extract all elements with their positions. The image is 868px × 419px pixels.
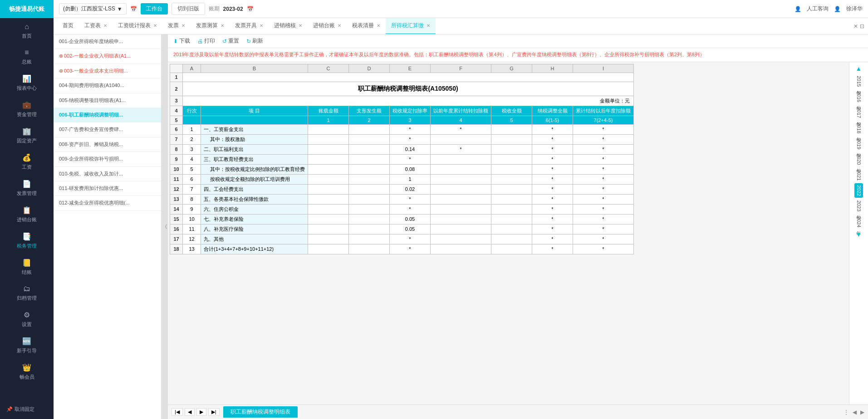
cell-g[interactable]	[491, 144, 532, 154]
cell-h[interactable]: *	[532, 234, 573, 244]
form-item-001[interactable]: 001-企业所得税年度纳税申...	[54, 34, 161, 49]
sheet-last-button[interactable]: ▶|	[208, 408, 220, 416]
cell-i[interactable]: *	[573, 174, 634, 184]
cell-g[interactable]	[491, 224, 532, 234]
year-item-2016[interactable]: 2016年	[854, 89, 863, 104]
tab-tax-table-close[interactable]: ✕	[377, 23, 380, 28]
print-button[interactable]: 🖨 打印	[197, 37, 215, 45]
cell-g[interactable]	[491, 244, 532, 254]
cell-e[interactable]: *	[390, 204, 431, 214]
cell-label[interactable]: 六、住房公积金	[201, 204, 308, 214]
tab-sales-audit[interactable]: 进销稽核 ✕	[269, 18, 308, 34]
cell-rownum[interactable]: 2	[183, 134, 201, 144]
cell-f[interactable]	[431, 184, 491, 194]
cell-h[interactable]: *	[532, 164, 573, 174]
tab-close-all-icon[interactable]: ✕	[853, 23, 858, 29]
cell-i[interactable]: *	[573, 194, 634, 204]
cell-f[interactable]	[431, 164, 491, 174]
cell-h[interactable]: *	[532, 204, 573, 214]
tab-sales-ledger-close[interactable]: ✕	[338, 23, 341, 28]
tab-tax-table[interactable]: 税表清册 ✕	[347, 18, 386, 34]
cell-f[interactable]	[431, 174, 491, 184]
tab-home[interactable]: 首页	[57, 18, 79, 34]
cell-d[interactable]	[349, 214, 390, 224]
cell-i[interactable]: *	[573, 214, 634, 224]
cell-f[interactable]	[431, 224, 491, 234]
sidebar-item-sales-ledger[interactable]: 📋 进销台账	[0, 201, 54, 228]
cell-e[interactable]: *	[390, 194, 431, 204]
cell-rownum[interactable]: 4	[183, 154, 201, 164]
scroll-right-icon[interactable]: ▶	[860, 409, 864, 415]
cell-f[interactable]	[431, 194, 491, 204]
cell-f[interactable]: *	[431, 144, 491, 154]
cell-h[interactable]: *	[532, 224, 573, 234]
cell-c[interactable]	[308, 154, 349, 164]
cell-rownum[interactable]: 5	[183, 164, 201, 174]
cell-label[interactable]: 五、各类基本社会保障性缴款	[201, 194, 308, 204]
year-item-2019[interactable]: 2019年	[854, 136, 863, 151]
cell-d[interactable]	[349, 164, 390, 174]
year-item-2021[interactable]: 2021年	[854, 168, 863, 182]
cell-rownum[interactable]: 8	[183, 194, 201, 204]
sidebar-item-invoice-mgmt[interactable]: 📄 发票管理	[0, 175, 54, 201]
cell-c[interactable]	[308, 174, 349, 184]
cell-e[interactable]: 0.02	[390, 184, 431, 194]
tab-payroll-close[interactable]: ✕	[103, 23, 107, 28]
cell-h[interactable]: *	[532, 184, 573, 194]
table-container[interactable]: A B C D E F G H I	[168, 62, 849, 404]
cell-c[interactable]	[308, 234, 349, 244]
cell-e[interactable]: 0.14	[390, 144, 431, 154]
tab-payroll-report-close[interactable]: ✕	[153, 23, 157, 28]
cell-i[interactable]: *	[573, 154, 634, 164]
sheet-next-button[interactable]: ▶	[196, 408, 206, 416]
sidebar-item-salary[interactable]: 💰 工资	[0, 149, 54, 175]
scroll-left-icon[interactable]: ◀	[853, 409, 857, 415]
cell-g[interactable]	[491, 194, 532, 204]
cell-d[interactable]	[349, 194, 390, 204]
year-nav-up-button[interactable]: ▲	[855, 64, 863, 73]
sidebar-item-guide[interactable]: 🆕 新手引导	[0, 332, 54, 359]
sidebar-item-close[interactable]: 📒 结账	[0, 254, 54, 280]
sidebar-item-report[interactable]: 📊 报表中心	[0, 70, 54, 96]
cell-label[interactable]: 合计(1+3+4+7+8+9+10+11+12)	[201, 244, 308, 254]
cell-d[interactable]	[349, 174, 390, 184]
workbench-button[interactable]: 工作台	[141, 3, 168, 15]
cell-e[interactable]: *	[390, 234, 431, 244]
tab-invoice-close[interactable]: ✕	[181, 23, 185, 28]
sidebar-item-capital[interactable]: 💼 资金管理	[0, 96, 54, 122]
year-item-2020[interactable]: 2020年	[854, 152, 863, 166]
cell-h[interactable]: *	[532, 214, 573, 224]
cell-e[interactable]: 0.05	[390, 224, 431, 234]
tab-payroll-report[interactable]: 工资统计报表 ✕	[113, 18, 162, 34]
form-item-004[interactable]: 004-期间费用明细表(A1040...	[54, 78, 161, 93]
cell-e[interactable]: 1	[390, 174, 431, 184]
cell-i[interactable]: *	[573, 144, 634, 154]
cell-rownum[interactable]: 10	[183, 214, 201, 224]
form-item-005[interactable]: 005-纳税调整项目明细表(A1...	[54, 93, 161, 108]
cell-c[interactable]	[308, 194, 349, 204]
cell-i[interactable]: *	[573, 134, 634, 144]
tab-income-tax-close[interactable]: ✕	[427, 23, 430, 28]
cell-d[interactable]	[349, 234, 390, 244]
cell-label[interactable]: 四、工会经费支出	[201, 184, 308, 194]
cell-d[interactable]	[349, 134, 390, 144]
switch-period-button[interactable]: 切到旧版	[172, 3, 205, 15]
cell-i[interactable]: *	[573, 204, 634, 214]
cell-g[interactable]	[491, 204, 532, 214]
cell-d[interactable]	[349, 144, 390, 154]
cell-g[interactable]	[491, 164, 532, 174]
cell-rownum[interactable]: 12	[183, 234, 201, 244]
cell-rownum[interactable]: 9	[183, 204, 201, 214]
cell-label[interactable]: 八、补充医疗保险	[201, 224, 308, 234]
cell-label[interactable]: 其中：按税收规定比例扣除的职工教育经费	[201, 164, 308, 174]
sidebar-item-archive[interactable]: 🗂 归档管理	[0, 280, 54, 306]
form-item-007[interactable]: 007-广告费和业务宣传费肆...	[54, 122, 161, 137]
year-nav-down-button[interactable]: ▼	[855, 230, 863, 239]
tab-invoice-calc-close[interactable]: ✕	[221, 23, 224, 28]
cell-i[interactable]: *	[573, 164, 634, 174]
cell-f[interactable]	[431, 134, 491, 144]
cell-c[interactable]	[308, 214, 349, 224]
sidebar-item-tax[interactable]: 📑 税务管理	[0, 228, 54, 254]
cell-i[interactable]: *	[573, 234, 634, 244]
cell-g[interactable]	[491, 124, 532, 134]
